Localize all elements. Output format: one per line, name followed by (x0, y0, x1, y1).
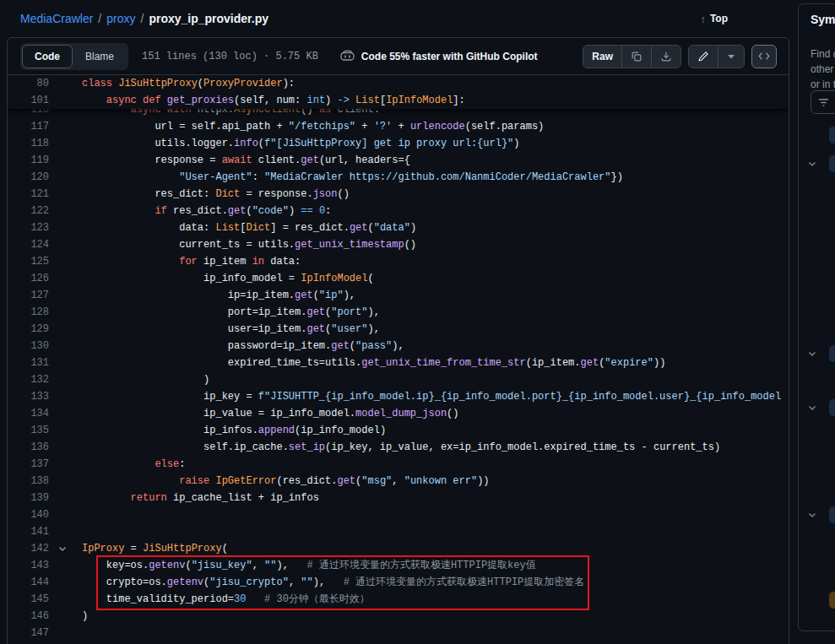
fold-spacer (49, 169, 75, 186)
code-text: ip_infos.append(ip_info_model) (75, 422, 386, 439)
breadcrumb-separator: / (140, 12, 144, 25)
code-line-124: 124 current_ts = utils.get_unix_timestam… (8, 236, 789, 253)
symbol-row[interactable] (799, 154, 835, 173)
breadcrumb-filename: proxy_ip_provider.py (149, 12, 268, 25)
symbols-filter-box[interactable] (811, 90, 835, 114)
line-number-116[interactable]: 116 (8, 109, 49, 118)
code-text: crypto=os.getenv("jisu_crypto", ""), # 通… (75, 574, 584, 591)
scroll-to-top-link[interactable]: ↑ Top (700, 13, 728, 25)
code-text: async def get_proxies(self, num: int) ->… (75, 92, 465, 109)
fold-spacer (49, 203, 75, 219)
line-number-128[interactable]: 128 (8, 304, 49, 321)
fold-spacer (49, 287, 75, 304)
line-number-138[interactable]: 138 (8, 473, 49, 490)
code-line-80: 80class JiSuHttpProxy(ProxyProvider): (8, 75, 789, 92)
fold-spacer (49, 557, 75, 574)
code-line-134: 134 ip_value = ip_info_model.model_dump_… (8, 405, 789, 422)
line-number-121[interactable]: 121 (8, 186, 49, 203)
line-number-140[interactable]: 140 (8, 506, 49, 523)
line-number-135[interactable]: 135 (8, 422, 49, 439)
code-line-128: 128 port=ip_item.get("port"), (8, 304, 789, 321)
chevron-down-icon[interactable] (807, 159, 817, 169)
line-number-80[interactable]: 80 (8, 75, 49, 92)
line-number-131[interactable]: 131 (8, 354, 49, 371)
chevron-down-icon[interactable] (807, 349, 817, 359)
line-number-143[interactable]: 143 (8, 557, 49, 574)
symbols-panel-toggle-button[interactable] (751, 45, 777, 68)
top-label: Top (710, 13, 728, 24)
symbol-row[interactable] (799, 506, 835, 524)
code-line-147: 147 (8, 625, 789, 641)
code-text: IpProxy = JiSuHttpProxy( (75, 540, 228, 557)
symbols-panel: Symbols Find definitions and references … (798, 3, 835, 631)
line-number-133[interactable]: 133 (8, 388, 49, 405)
line-number-129[interactable]: 129 (8, 321, 49, 338)
line-number-142[interactable]: 142 (8, 540, 49, 557)
line-number-117[interactable]: 117 (8, 118, 49, 135)
fold-spacer (49, 338, 75, 354)
edit-group (688, 45, 745, 68)
line-number-134[interactable]: 134 (8, 405, 49, 422)
line-number-144[interactable]: 144 (8, 574, 49, 591)
fold-spacer (49, 321, 75, 338)
line-number-130[interactable]: 130 (8, 338, 49, 354)
symbol-row[interactable] (799, 398, 835, 417)
line-number-122[interactable]: 122 (8, 203, 49, 219)
code-text: ip_value = ip_info_model.model_dump_json… (75, 405, 459, 422)
line-number-118[interactable]: 118 (8, 135, 49, 152)
symbol-row[interactable] (799, 344, 835, 363)
fold-spacer (49, 371, 75, 388)
breadcrumb-repo-link[interactable]: MediaCrawler (20, 12, 93, 25)
symbols-panel-title: Symbols (811, 13, 835, 26)
edit-dropdown-button[interactable] (718, 46, 744, 68)
symbol-row[interactable] (799, 126, 835, 144)
line-number-132[interactable]: 132 (8, 371, 49, 388)
line-number-119[interactable]: 119 (8, 152, 49, 169)
copilot-banner[interactable]: Code 55% faster with GitHub Copilot (340, 50, 538, 62)
fold-spacer (49, 304, 75, 321)
symbol-kind-badge (829, 506, 835, 523)
line-number-141[interactable]: 141 (8, 523, 49, 540)
line-number-120[interactable]: 120 (8, 169, 49, 186)
code-line-125: 125 for ip_item in data: (8, 253, 789, 270)
line-number-137[interactable]: 137 (8, 456, 49, 473)
code-line-138: 138 raise IpGetError(res_dict.get("msg",… (8, 473, 789, 490)
line-number-101[interactable]: 101 (8, 92, 49, 109)
tab-blame[interactable]: Blame (73, 45, 127, 68)
tab-code[interactable]: Code (22, 45, 73, 68)
download-button[interactable] (651, 46, 680, 68)
edit-pencil-icon (697, 51, 709, 62)
code-line-132: 132 ) (8, 371, 789, 388)
code-line-142: 142IpProxy = JiSuHttpProxy( (8, 540, 789, 557)
code-text (75, 625, 82, 641)
line-number-139[interactable]: 139 (8, 490, 49, 506)
chevron-down-icon[interactable] (807, 510, 817, 520)
line-number-136[interactable]: 136 (8, 439, 49, 456)
code-text: class JiSuHttpProxy(ProxyProvider): (75, 75, 295, 92)
line-number-123[interactable]: 123 (8, 219, 49, 236)
edit-button[interactable] (689, 46, 718, 68)
fold-chevron-icon[interactable] (49, 540, 75, 557)
code-text: port=ip_item.get("port"), (75, 304, 380, 321)
line-number-145[interactable]: 145 (8, 591, 49, 608)
line-number-125[interactable]: 125 (8, 253, 49, 270)
code-line-140: 140 (8, 506, 789, 523)
line-number-127[interactable]: 127 (8, 287, 49, 304)
line-number-146[interactable]: 146 (8, 608, 49, 625)
code-line-129: 129 user=ip_item.get("user"), (8, 321, 789, 338)
code-line-145: 145 time_validity_period=30 # 30分钟（最长时效） (8, 591, 789, 608)
copy-button[interactable] (621, 46, 651, 68)
code-line-117: 117 url = self.api_path + "/fetchips" + … (8, 118, 789, 135)
code-area: 80class JiSuHttpProxy(ProxyProvider):101… (8, 75, 789, 641)
line-number-147[interactable]: 147 (8, 625, 49, 641)
file-content-box: Code Blame 151 lines (130 loc) · 5.75 KB… (7, 37, 789, 644)
fold-spacer (49, 490, 75, 506)
chevron-down-icon[interactable] (807, 403, 817, 413)
fold-spacer (49, 523, 75, 540)
raw-button[interactable]: Raw (583, 46, 621, 68)
line-number-124[interactable]: 124 (8, 236, 49, 253)
breadcrumb-folder-link[interactable]: proxy (106, 12, 135, 25)
symbol-row[interactable] (799, 591, 835, 609)
line-number-126[interactable]: 126 (8, 270, 49, 287)
file-toolbar: Code Blame 151 lines (130 loc) · 5.75 KB… (8, 38, 789, 75)
